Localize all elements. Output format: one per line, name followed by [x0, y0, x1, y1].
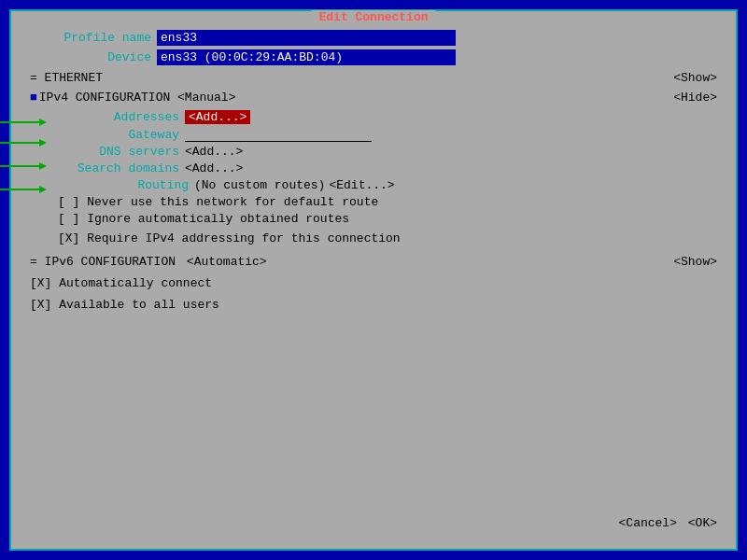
ethernet-show-btn[interactable]: <Show>: [673, 71, 717, 85]
search-add-btn[interactable]: <Add...>: [185, 161, 243, 175]
ipv6-label: = IPv6 CONFIGURATION <Automatic>: [30, 255, 267, 269]
ipv6-section: = IPv6 CONFIGURATION <Automatic> <Show>: [30, 255, 717, 269]
ethernet-label: = ETHERNET: [30, 71, 103, 85]
ok-btn[interactable]: <OK>: [688, 516, 717, 530]
gateway-row: Gateway: [39, 127, 717, 142]
cancel-btn[interactable]: <Cancel>: [619, 516, 677, 530]
ipv4-config-block: Addresses <Add...> Gateway DNS servers <…: [39, 110, 717, 175]
dns-add-btn[interactable]: <Add...>: [185, 145, 243, 159]
all-users-label: [X] Available to all users: [30, 298, 219, 312]
title-bar: Edit Connection: [311, 10, 435, 24]
gateway-label: Gateway: [39, 128, 179, 142]
dns-label: DNS servers: [39, 145, 179, 159]
routing-edit-btn[interactable]: <Edit...>: [329, 178, 394, 192]
ipv4-bullet: ■: [30, 91, 37, 105]
ipv6-show-btn[interactable]: <Show>: [673, 255, 717, 269]
profile-name-value: ens33: [157, 30, 456, 46]
ipv4-hide-btn[interactable]: <Hide>: [673, 91, 717, 105]
gateway-input[interactable]: [185, 127, 372, 142]
profile-name-label: Profile name: [30, 31, 151, 45]
device-row: Device ens33 (00:0C:29:AA:BD:04): [30, 49, 717, 65]
require-ipv4-row[interactable]: [X] Require IPv4 addressing for this con…: [58, 231, 717, 245]
require-ipv4-label: [X] Require IPv4 addressing for this con…: [58, 231, 401, 245]
all-users-row[interactable]: [X] Available to all users: [30, 298, 717, 312]
device-value: ens33 (00:0C:29:AA:BD:04): [157, 49, 456, 65]
auto-connect-label: [X] Automatically connect: [30, 276, 212, 290]
ipv4-title: ■IPv4 CONFIGURATION <Manual>: [30, 91, 235, 105]
routing-row: Routing (No custom routes) <Edit...>: [30, 178, 717, 192]
auto-connect-row[interactable]: [X] Automatically connect: [30, 276, 717, 290]
routing-label: Routing: [30, 178, 189, 192]
window-title: Edit Connection: [318, 10, 428, 24]
search-row: Search domains <Add...>: [39, 161, 717, 175]
ethernet-section: = ETHERNET <Show>: [30, 71, 717, 85]
ignore-routes-row[interactable]: [ ] Ignore automatically obtained routes: [58, 212, 717, 226]
addresses-label: Addresses: [39, 110, 179, 124]
addresses-add-btn[interactable]: <Add...>: [185, 110, 250, 124]
routing-value: (No custom routes): [194, 178, 325, 192]
ignore-routes-label: [ ] Ignore automatically obtained routes: [58, 212, 349, 226]
bottom-buttons: <Cancel> <OK>: [619, 516, 717, 530]
addresses-row: Addresses <Add...>: [39, 110, 717, 124]
never-default-row[interactable]: [ ] Never use this network for default r…: [58, 195, 717, 209]
ipv4-label: ■IPv4 CONFIGURATION <Manual>: [30, 91, 235, 105]
ipv4-section-header: ■IPv4 CONFIGURATION <Manual> <Hide>: [30, 91, 717, 105]
never-default-label: [ ] Never use this network for default r…: [58, 195, 378, 209]
dns-row: DNS servers <Add...>: [39, 145, 717, 159]
search-label: Search domains: [39, 161, 179, 175]
profile-name-row: Profile name ens33: [30, 30, 717, 46]
device-label: Device: [30, 50, 151, 64]
